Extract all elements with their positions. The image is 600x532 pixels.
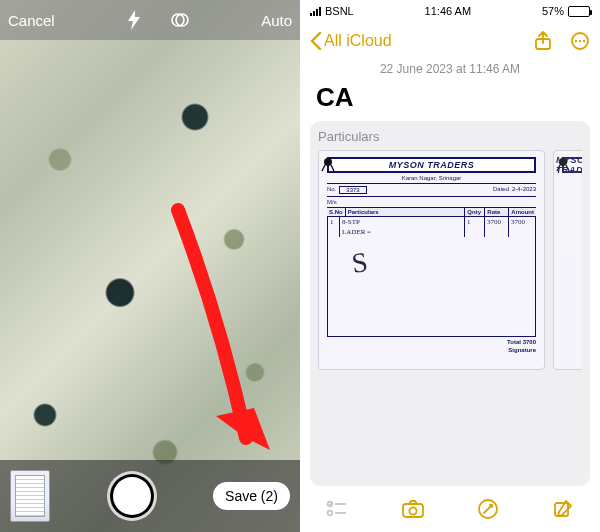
col-qty: Qnty — [465, 208, 485, 216]
scan-strip: MYSON TRADERS Karan Nagar, Srinagar No. … — [318, 150, 582, 370]
receipt-dated-label: Dated — [493, 186, 509, 194]
more-icon[interactable] — [570, 31, 590, 51]
cancel-button[interactable]: Cancel — [8, 12, 55, 29]
svg-point-11 — [328, 511, 333, 516]
receipt-dated-value: 2-4-2023 — [512, 186, 536, 194]
col-amount: Amount — [509, 208, 536, 216]
svg-point-8 — [559, 158, 567, 166]
total-label: Total — [507, 339, 521, 345]
markup-icon[interactable] — [477, 498, 499, 520]
save-button[interactable]: Save (2) — [213, 482, 290, 510]
svg-point-14 — [409, 507, 416, 514]
camera-scan-pane: Cancel Auto Save (2) — [0, 0, 300, 532]
vendor-sub: Karan Nagar, Srinagar — [319, 175, 544, 181]
chevron-left-icon — [310, 32, 322, 50]
filter-icon[interactable] — [170, 10, 190, 30]
scan-attachment-card[interactable]: Particulars MYSON TRADERS Karan Nagar, S… — [310, 121, 590, 486]
col-rate: Rate — [485, 208, 509, 216]
battery-pct: 57% — [542, 5, 564, 17]
svg-point-4 — [575, 40, 577, 42]
col-particulars: Particulars — [346, 208, 466, 216]
line1-amt: 3700 — [509, 217, 535, 227]
note-date: 22 June 2023 at 11:46 AM — [300, 60, 600, 82]
clock: 11:46 AM — [425, 5, 471, 17]
auto-button[interactable]: Auto — [261, 12, 292, 29]
camera-top-center — [126, 10, 190, 30]
receipt-no-value: 3373 — [339, 186, 366, 194]
receipt-page-2[interactable]: MYSON TRADERS — [553, 150, 582, 370]
note-title[interactable]: CA — [300, 82, 600, 121]
shutter-button[interactable] — [107, 471, 157, 521]
line2-item: LADER = — [340, 227, 465, 237]
receipt-ms-label: M/s — [327, 199, 337, 205]
flash-icon[interactable] — [126, 10, 142, 30]
notes-toolbar — [300, 486, 600, 532]
compose-icon[interactable] — [552, 498, 574, 520]
svg-point-5 — [579, 40, 581, 42]
vendor-logo-icon — [554, 155, 572, 173]
signature-label: Signature — [508, 347, 536, 353]
line1-rate: 3700 — [485, 217, 509, 227]
signal-icon — [310, 7, 321, 16]
camera-bottom-bar: Save (2) — [0, 460, 300, 532]
carrier-label: BSNL — [325, 5, 354, 17]
status-bar: BSNL 11:46 AM 57% — [300, 0, 600, 22]
battery-icon — [568, 6, 590, 17]
vendor-name: MYSON TRADERS — [327, 157, 536, 173]
col-sno: S.No — [327, 208, 346, 216]
line1-qty: 1 — [465, 217, 485, 227]
receipt-no-label: No. — [327, 186, 336, 194]
handwriting-scribble: S — [350, 246, 370, 280]
svg-point-7 — [324, 158, 332, 166]
vendor-logo-icon — [319, 155, 337, 173]
total-value: 3700 — [523, 339, 536, 345]
annotation-arrow — [150, 200, 290, 500]
scan-label: Particulars — [318, 129, 582, 144]
camera-icon[interactable] — [401, 499, 425, 519]
back-button[interactable]: All iCloud — [310, 32, 392, 50]
share-icon[interactable] — [534, 31, 552, 51]
camera-top-bar: Cancel Auto — [0, 0, 300, 40]
receipt-page-1[interactable]: MYSON TRADERS Karan Nagar, Srinagar No. … — [318, 150, 545, 370]
notes-pane: BSNL 11:46 AM 57% All iCloud 22 June 202… — [300, 0, 600, 532]
back-label: All iCloud — [324, 32, 392, 50]
scan-thumbnail[interactable] — [10, 470, 50, 522]
svg-point-6 — [583, 40, 585, 42]
nav-bar: All iCloud — [300, 22, 600, 60]
line1-item: 8-STP — [340, 217, 465, 227]
checklist-icon[interactable] — [326, 499, 348, 519]
